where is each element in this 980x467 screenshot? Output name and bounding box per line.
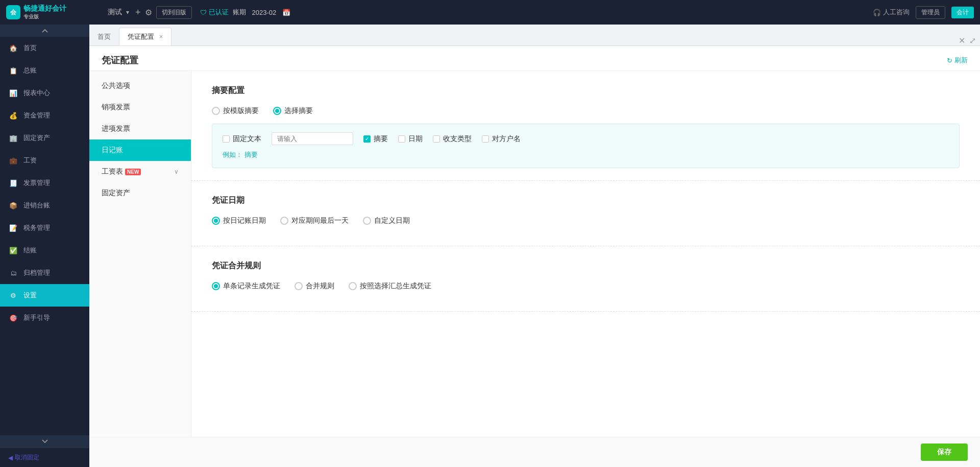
- sidebar-item-funds[interactable]: 💰 资金管理: [0, 104, 89, 127]
- summary-template-radio[interactable]: 按模版摘要: [212, 106, 259, 115]
- sidebar-item-assets[interactable]: 🏢 固定资产: [0, 127, 89, 149]
- page-content: 凭证配置 ↻ 刷新 公共选项 销项发票 进项发票: [89, 46, 980, 467]
- summary-select-radio[interactable]: 选择摘要: [273, 106, 313, 115]
- select-radio-label: 选择摘要: [284, 106, 313, 115]
- save-button[interactable]: 保存: [921, 443, 968, 461]
- counterparty-checkbox[interactable]: 对方户名: [482, 134, 521, 144]
- left-nav-journal[interactable]: 日记账: [89, 139, 191, 161]
- sidebar-nav: 🏠 首页 📋 总账 📊 报表中心 💰 资金管理 🏢 固定资产 💼 工资: [0, 37, 89, 435]
- refresh-icon: ↻: [947, 57, 952, 64]
- shield-icon: 🛡: [200, 9, 207, 16]
- income-type-checkbox-box: [433, 135, 440, 143]
- custom-date-radio[interactable]: 自定义日期: [363, 216, 410, 225]
- close-window-btn[interactable]: ✕: [959, 36, 965, 45]
- sidebar-item-invoice[interactable]: 🧾 发票管理: [0, 172, 89, 194]
- sidebar-item-home[interactable]: 🏠 首页: [0, 37, 89, 59]
- date-section: 凭证日期 按日记账日期 对应期间最后一天: [191, 181, 980, 246]
- sidebar-label-archive: 归档管理: [23, 268, 50, 277]
- left-nav: 公共选项 销项发票 进项发票 日记账 工资表 NEW ∨: [89, 71, 191, 437]
- home-icon: 🏠: [8, 43, 18, 53]
- sidebar-item-reports[interactable]: 📊 报表中心: [0, 82, 89, 104]
- date-title: 凭证日期: [212, 195, 960, 206]
- refresh-btn[interactable]: ↻ 刷新: [947, 56, 968, 65]
- sidebar-scroll-up[interactable]: [0, 25, 89, 37]
- sidebar-label-funds: 资金管理: [23, 111, 50, 120]
- content-area: 首页 凭证配置 × ✕ ⤢ 凭证配置 ↻ 刷新: [89, 25, 980, 467]
- summary-generate-radio[interactable]: 按照选择汇总生成凭证: [349, 282, 431, 291]
- sidebar-label-assets: 固定资产: [23, 133, 50, 143]
- sidebar-item-ledger[interactable]: 📋 总账: [0, 59, 89, 82]
- income-type-checkbox[interactable]: 收支类型: [433, 134, 472, 144]
- expand-btn[interactable]: ⤢: [969, 36, 976, 45]
- sidebar-label-purchase-sales: 进销台账: [23, 201, 50, 210]
- sidebar-label-home: 首页: [23, 43, 37, 53]
- select-radio-circle: [273, 107, 281, 115]
- sidebar-label-tax: 税务管理: [23, 223, 50, 232]
- settings-icon[interactable]: ⚙: [145, 8, 152, 17]
- left-nav-purchase-invoice[interactable]: 进项发票: [89, 118, 191, 139]
- support-btn[interactable]: 🎧 人工咨询: [873, 8, 910, 17]
- journal-date-radio[interactable]: 按日记账日期: [212, 216, 266, 225]
- funds-icon: 💰: [8, 110, 18, 121]
- headset-icon: 🎧: [873, 9, 881, 16]
- date-checkbox[interactable]: 日期: [398, 134, 423, 144]
- period-last-radio[interactable]: 对应期间最后一天: [280, 216, 349, 225]
- sidebar-label-settings: 设置: [23, 291, 37, 300]
- new-badge: NEW: [125, 169, 141, 175]
- tab-close-icon[interactable]: ×: [159, 33, 163, 40]
- dropdown-icon[interactable]: ▾: [126, 9, 129, 16]
- sidebar-label-salary: 工资: [23, 156, 37, 165]
- switch-old-btn[interactable]: 切到旧版: [156, 6, 192, 19]
- add-icon[interactable]: +: [135, 7, 141, 18]
- fixed-text-input[interactable]: [272, 132, 353, 145]
- summary-generate-circle: [349, 282, 357, 290]
- checkbox-area: 固定文本 ✓ 摘要 日期: [212, 124, 960, 168]
- period-value: 2023-02: [252, 9, 277, 16]
- sidebar-item-archive[interactable]: 🗂 归档管理: [0, 262, 89, 284]
- topbar-right: 🎧 人工咨询 管理员 会计: [873, 6, 974, 19]
- accountant-btn[interactable]: 会计: [951, 7, 974, 18]
- tab-home[interactable]: 首页: [89, 28, 119, 45]
- manager-btn[interactable]: 管理员: [916, 6, 945, 19]
- template-radio-circle: [212, 107, 220, 115]
- close-period-icon: ✅: [8, 245, 18, 255]
- fixed-text-checkbox[interactable]: 固定文本: [223, 134, 261, 144]
- sidebar-item-settings[interactable]: ⚙ 设置: [0, 284, 89, 307]
- merge-radio-group: 单条记录生成凭证 合并规则 按照选择汇总生成凭证: [212, 282, 960, 291]
- journal-date-circle: [212, 217, 220, 225]
- sidebar-item-purchase-sales[interactable]: 📦 进销台账: [0, 194, 89, 217]
- page-header: 凭证配置 ↻ 刷新: [89, 46, 980, 71]
- sidebar-scroll-down[interactable]: [0, 435, 89, 448]
- cancel-fixed-btn[interactable]: ◀ 取消固定: [0, 448, 89, 467]
- left-nav-payroll[interactable]: 工资表 NEW ∨: [89, 161, 191, 182]
- date-checkbox-box: [398, 135, 405, 143]
- merge-rules-radio[interactable]: 合并规则: [295, 282, 334, 291]
- left-nav-fixed-assets[interactable]: 固定资产: [89, 182, 191, 204]
- left-nav-public[interactable]: 公共选项: [89, 75, 191, 97]
- settings-nav-icon: ⚙: [8, 290, 18, 300]
- left-arrow-icon: ◀: [8, 454, 13, 461]
- single-record-radio[interactable]: 单条记录生成凭证: [212, 282, 280, 291]
- left-nav-sales-invoice[interactable]: 销项发票: [89, 97, 191, 118]
- example-text: 例如： 摘要: [223, 150, 949, 159]
- inner-layout: 公共选项 销项发票 进项发票 日记账 工资表 NEW ∨: [89, 71, 980, 437]
- sidebar-label-ledger: 总账: [23, 66, 37, 75]
- expand-arrow-icon: ∨: [174, 168, 179, 175]
- summary-checkbox[interactable]: ✓ 摘要: [363, 134, 388, 144]
- sidebar-item-tax[interactable]: 📝 税务管理: [0, 217, 89, 239]
- sidebar-item-guide[interactable]: 🎯 新手引导: [0, 307, 89, 329]
- sidebar: 🏠 首页 📋 总账 📊 报表中心 💰 资金管理 🏢 固定资产 💼 工资: [0, 25, 89, 467]
- calendar-icon[interactable]: 📅: [282, 9, 290, 16]
- sidebar-item-close[interactable]: ✅ 结账: [0, 239, 89, 262]
- sidebar-item-salary[interactable]: 💼 工资: [0, 149, 89, 172]
- sidebar-label-close: 结账: [23, 246, 37, 255]
- assets-icon: 🏢: [8, 133, 18, 143]
- topbar: 会 畅捷通好会计 专业版 测试 ▾ + ⚙ 切到旧版 🛡 已认证 账期 2023…: [0, 0, 980, 25]
- custom-date-circle: [363, 217, 371, 225]
- certified-badge: 🛡 已认证: [200, 8, 229, 17]
- summary-section: 摘要配置 按模版摘要 选择摘要: [191, 71, 980, 181]
- tab-voucher-config[interactable]: 凭证配置 ×: [119, 28, 172, 45]
- logo-icon: 会: [6, 5, 20, 19]
- counterparty-checkbox-box: [482, 135, 489, 143]
- date-radio-group: 按日记账日期 对应期间最后一天 自定义日期: [212, 216, 960, 225]
